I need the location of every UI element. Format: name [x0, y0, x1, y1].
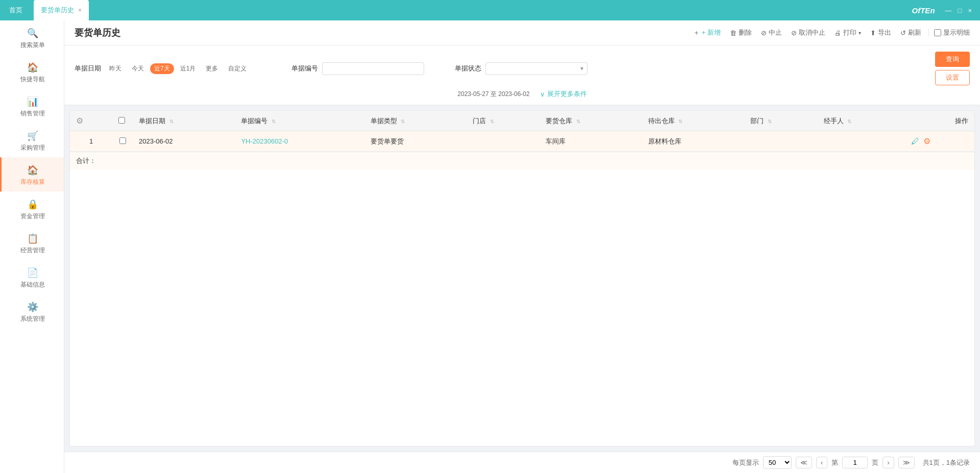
window-maximize[interactable]: □: [958, 7, 962, 14]
window-close[interactable]: ×: [968, 7, 972, 14]
status-filter: 单据状态 ▾: [455, 62, 587, 75]
cell-num: 1: [70, 131, 112, 152]
add-button[interactable]: ＋ + 新增: [691, 27, 723, 38]
cell-req-warehouse: 车间库: [540, 131, 642, 152]
cancel-stop-button[interactable]: ⊘ 取消中止: [789, 27, 827, 38]
date-pill-today[interactable]: 今天: [128, 63, 148, 74]
table-header-row: ⚙ 单据日期 ⇅ 单据编号 ⇅: [70, 111, 974, 131]
print-button[interactable]: 🖨 打印 ▾: [832, 27, 863, 38]
th-handler: 经手人 ⇅: [818, 111, 905, 131]
tab-home[interactable]: 首页: [0, 0, 32, 20]
first-page-btn[interactable]: ≪: [796, 457, 812, 468]
date-pills: 昨天 今天 近7天 近1月 更多 自定义: [105, 63, 251, 74]
select-all-checkbox[interactable]: [118, 117, 125, 124]
filter-area: 单据日期 昨天 今天 近7天 近1月 更多 自定义 单据编号 单据状态: [64, 45, 980, 105]
cell-store: [467, 131, 540, 152]
sort-req-icon[interactable]: ⇅: [576, 119, 580, 124]
date-pill-more[interactable]: 更多: [202, 63, 222, 74]
expand-button[interactable]: ∨ 展开更多条件: [540, 89, 587, 99]
sidebar-item-system[interactable]: ⚙️ 系统管理: [0, 294, 64, 328]
bill-no-label: 单据编号: [291, 64, 318, 73]
th-billno-label: 单据编号: [241, 117, 267, 125]
query-button[interactable]: 查询: [935, 52, 970, 67]
date-pill-7days[interactable]: 近7天: [150, 63, 174, 74]
print-dropdown-icon: ▾: [859, 30, 861, 36]
sidebar-item-finance-label: 资金管理: [20, 212, 45, 221]
next-page-btn[interactable]: ›: [883, 457, 894, 468]
operation-icon: 📋: [27, 233, 38, 244]
export-icon: ⬆: [870, 29, 876, 37]
brand-label: OfTEn: [912, 6, 935, 15]
setting-button[interactable]: 设置: [935, 70, 970, 85]
page-number-input[interactable]: [842, 457, 868, 468]
export-button[interactable]: ⬆ 导出: [868, 27, 893, 38]
per-page-label: 每页显示: [732, 458, 759, 467]
sidebar-item-nav-label: 快捷导航: [20, 75, 45, 84]
date-pill-1month[interactable]: 近1月: [176, 63, 200, 74]
tab-active[interactable]: 要货单历史 ×: [34, 0, 89, 20]
date-pill-custom[interactable]: 自定义: [224, 63, 251, 74]
filter-row: 单据日期 昨天 今天 近7天 近1月 更多 自定义 单据编号 单据状态: [75, 52, 970, 85]
status-select[interactable]: [485, 62, 587, 75]
bill-no-link[interactable]: YH-20230602-0: [241, 137, 288, 145]
th-action-label: 操作: [955, 117, 968, 125]
sort-dept-icon[interactable]: ⇅: [768, 119, 772, 124]
sidebar-item-system-label: 系统管理: [20, 315, 45, 323]
refresh-button[interactable]: ↺ 刷新: [898, 27, 923, 38]
cell-handler: [818, 131, 905, 152]
sort-type-icon[interactable]: ⇅: [401, 119, 405, 124]
row-settings-icon[interactable]: ⚙: [923, 136, 930, 146]
sidebar-item-search[interactable]: 🔍 搜索菜单: [0, 20, 64, 55]
sidebar-item-inventory[interactable]: 🏠 库存核算: [0, 157, 64, 192]
sidebar-item-basic-label: 基础信息: [20, 280, 45, 289]
per-page-select[interactable]: 50 100 200: [763, 456, 792, 469]
sidebar-item-purchase[interactable]: 🛒 采购管理: [0, 123, 64, 157]
sidebar-item-basic[interactable]: 📄 基础信息: [0, 260, 64, 294]
th-type: 单据类型 ⇅: [364, 111, 467, 131]
sort-billno-icon[interactable]: ⇅: [272, 119, 276, 124]
window-minimize[interactable]: —: [945, 7, 952, 14]
sidebar-item-finance[interactable]: 🔒 资金管理: [0, 192, 64, 226]
sidebar-item-nav[interactable]: 🏠 快捷导航: [0, 55, 64, 89]
cell-action: 🖊 ⚙: [905, 131, 974, 152]
prev-page-btn[interactable]: ‹: [816, 457, 827, 468]
row-view-icon[interactable]: 🖊: [911, 137, 919, 146]
sort-wait-icon[interactable]: ⇅: [678, 119, 682, 124]
add-label: + 新增: [702, 28, 721, 37]
sales-icon: 📊: [27, 96, 38, 107]
header-actions: ＋ + 新增 🗑 删除 ⊘ 中止 ⊘ 取消中止 🖨 打印: [691, 27, 970, 44]
sidebar-item-operation-label: 经营管理: [20, 246, 45, 255]
system-icon: ⚙️: [27, 301, 38, 313]
footer-label: 合计：: [76, 157, 96, 164]
print-icon: 🖨: [835, 29, 841, 37]
sort-date-icon[interactable]: ⇅: [169, 119, 174, 124]
sidebar-item-operation[interactable]: 📋 经营管理: [0, 226, 64, 260]
th-store: 门店 ⇅: [467, 111, 540, 131]
th-wait-warehouse-label: 待出仓库: [648, 117, 675, 125]
sort-store-icon[interactable]: ⇅: [490, 119, 494, 124]
table-body: 1 2023-06-02 YH-20230602-0 要货单要货 车间库 原材料…: [70, 131, 974, 152]
content-area: 要货单历史 ＋ + 新增 🗑 删除 ⊘ 中止 ⊘ 取消中止: [64, 20, 980, 473]
sidebar-item-inventory-label: 库存核算: [20, 178, 45, 186]
gear-icon[interactable]: ⚙: [76, 116, 83, 125]
date-pill-yesterday[interactable]: 昨天: [105, 63, 126, 74]
filter-actions: 查询 设置: [935, 52, 970, 85]
th-req-warehouse: 要货仓库 ⇅: [540, 111, 642, 131]
delete-button[interactable]: 🗑 删除: [728, 27, 754, 38]
display-cell-checkbox[interactable]: [934, 29, 941, 36]
stop-button[interactable]: ⊘ 中止: [759, 27, 784, 38]
th-store-label: 门店: [473, 117, 486, 125]
row-checkbox[interactable]: [119, 137, 126, 144]
table-wrapper: ⚙ 单据日期 ⇅ 单据编号 ⇅: [69, 110, 975, 446]
th-wait-warehouse: 待出仓库 ⇅: [642, 111, 744, 131]
cell-wait-warehouse: 原材料仓库: [642, 131, 744, 152]
tab-close-icon[interactable]: ×: [78, 7, 82, 14]
sidebar-item-sales[interactable]: 📊 销售管理: [0, 89, 64, 123]
bill-no-input[interactable]: [322, 62, 424, 75]
display-cell-button[interactable]: 显示明细: [934, 28, 970, 37]
last-page-btn[interactable]: ≫: [898, 457, 915, 468]
cell-department: [744, 131, 817, 152]
page-input-label: 第: [831, 458, 838, 467]
basic-icon: 📄: [27, 267, 38, 278]
sort-handler-icon[interactable]: ⇅: [847, 119, 851, 124]
